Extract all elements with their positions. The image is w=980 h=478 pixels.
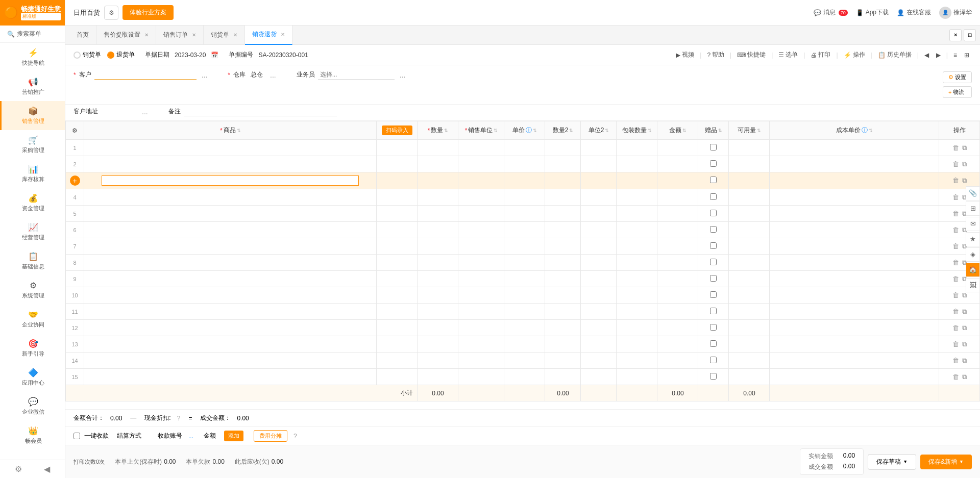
delete-icon[interactable]: 🗑 — [952, 340, 959, 348]
qty2-cell-1[interactable] — [545, 140, 581, 156]
history-btn[interactable]: 📋 历史单据 — [875, 49, 914, 61]
one-click-payment-checkbox[interactable] — [74, 433, 80, 439]
copy-icon[interactable]: ⧉ — [962, 324, 967, 332]
logistics-btn[interactable]: + 物流 — [943, 86, 972, 98]
price-cell-1[interactable] — [504, 140, 545, 156]
float-btn-1[interactable]: 📎 — [966, 186, 980, 200]
copy-row-2-icon[interactable]: ⧉ — [962, 160, 967, 168]
pack-sort-icon[interactable]: ⇅ — [648, 128, 652, 133]
bank-account-select[interactable]: ... — [188, 433, 193, 440]
delete-icon[interactable]: 🗑 — [952, 242, 959, 250]
copy-icon[interactable]: ⧉ — [962, 291, 967, 299]
sidebar-item-quick-nav[interactable]: ⚡ 快捷导航 — [0, 43, 65, 72]
pack-cell-1[interactable] — [617, 140, 657, 156]
experience-button[interactable]: 体验行业方案 — [122, 5, 174, 20]
sidebar-item-finance[interactable]: 💰 资金管理 — [0, 188, 65, 217]
unit2-cell-1[interactable] — [581, 140, 617, 156]
remark-input[interactable] — [184, 107, 337, 116]
sidebar-item-appcenter[interactable]: 🔷 应用中心 — [0, 363, 65, 392]
save-dropdown-arrow-icon[interactable]: ▼ — [959, 459, 964, 464]
product-cell-1[interactable] — [84, 140, 377, 156]
add-row-button[interactable]: + — [70, 175, 80, 186]
copy-icon[interactable]: ⧉ — [962, 357, 967, 365]
price-info-icon[interactable]: ⓘ — [526, 126, 532, 135]
operate-btn[interactable]: ⚡ 操作 — [841, 49, 868, 61]
sale-radio[interactable]: 销货单 — [74, 51, 101, 59]
header-settings-button[interactable]: ⚙ — [104, 6, 118, 20]
unit2-cell-3[interactable] — [581, 172, 617, 189]
unit2-cell-2[interactable] — [581, 156, 617, 172]
nav-prev-btn[interactable]: ◀ — [922, 50, 932, 60]
delete-icon[interactable]: 🗑 — [952, 275, 959, 283]
sidebar-item-purchase[interactable]: 🛒 采购管理 — [0, 130, 65, 159]
online-service-button[interactable]: 👤 在线客服 — [897, 8, 931, 17]
delete-icon[interactable]: 🗑 — [952, 226, 959, 234]
qty-cell-1[interactable] — [418, 140, 458, 156]
gift-cell-3[interactable] — [698, 172, 729, 189]
delete-icon[interactable]: 🗑 — [952, 357, 959, 365]
unit-cell-1[interactable] — [458, 140, 504, 156]
available-cell-2[interactable] — [729, 156, 770, 172]
sales-unit-sort-icon[interactable]: ⇅ — [494, 128, 498, 133]
amount-cell-3[interactable] — [657, 172, 698, 189]
available-cell-1[interactable] — [729, 140, 770, 156]
float-btn-5[interactable]: ◈ — [966, 247, 980, 262]
scan-button[interactable]: 扫码录入 — [382, 125, 412, 135]
qty2-sort-icon[interactable]: ⇅ — [569, 128, 573, 133]
help-icon[interactable]: ? — [177, 415, 181, 422]
delete-row-3-icon[interactable]: 🗑 — [952, 177, 959, 185]
cost-cell-2[interactable] — [770, 156, 939, 172]
close-sales-order-tab[interactable]: ✕ — [192, 32, 196, 38]
unit-cell-2[interactable] — [458, 156, 504, 172]
select-bill-btn[interactable]: ☰ 选单 — [776, 49, 800, 61]
sidebar-item-marketing[interactable]: 📢 营销推广 — [0, 72, 65, 101]
notification-button[interactable]: 💬 消息 70 — [814, 8, 848, 17]
cost-cell-1[interactable] — [770, 140, 939, 156]
staff-input[interactable] — [318, 70, 395, 80]
pack-cell-2[interactable] — [617, 156, 657, 172]
available-cell-3[interactable] — [729, 172, 770, 189]
product-sort-icon[interactable]: ⇅ — [237, 128, 241, 133]
qty-cell-3[interactable] — [418, 172, 458, 189]
tab-sales-return[interactable]: 销货退货 ✕ — [245, 26, 292, 45]
expand-tab-button[interactable]: ⊡ — [964, 29, 976, 41]
fee-help-icon[interactable]: ? — [293, 433, 297, 440]
amount-sort-icon[interactable]: ⇅ — [682, 128, 687, 133]
view-list-btn[interactable]: ≡ — [951, 50, 960, 60]
pack-cell-3[interactable] — [617, 172, 657, 189]
tab-price-settings[interactable]: 售价提取设置 ✕ — [96, 26, 156, 45]
sidebar-item-basic[interactable]: 📋 基础信息 — [0, 246, 65, 275]
delete-icon[interactable]: 🗑 — [952, 373, 959, 381]
close-tab-button[interactable]: ✕ — [949, 29, 962, 41]
unit-cell-3[interactable] — [458, 172, 504, 189]
qty2-cell-2[interactable] — [545, 156, 581, 172]
close-price-settings-tab[interactable]: ✕ — [144, 32, 149, 38]
nav-next-btn[interactable]: ▶ — [934, 50, 943, 60]
save-draft-button[interactable]: 保存草稿 ▼ — [868, 454, 916, 470]
qty-cell-2[interactable] — [418, 156, 458, 172]
delete-icon[interactable]: 🗑 — [952, 193, 959, 202]
video-btn[interactable]: ▶ 视频 — [673, 49, 697, 61]
gift-cell-1[interactable] — [698, 140, 729, 156]
th-settings[interactable]: ⚙ — [66, 121, 84, 140]
sidebar-item-member[interactable]: 👑 畅会员 — [0, 421, 65, 450]
staff-select-dots[interactable]: ... — [400, 71, 406, 79]
delete-icon[interactable]: 🗑 — [952, 259, 959, 267]
add-payment-btn[interactable]: 添加 — [224, 431, 243, 441]
copy-icon[interactable]: ⧉ — [962, 373, 967, 381]
float-btn-2[interactable]: ⊞ — [966, 202, 980, 216]
user-profile-button[interactable]: 👤 徐泽华 — [939, 7, 972, 19]
sidebar-item-sales[interactable]: 📦 销售管理 — [0, 101, 65, 130]
dropdown-arrow-icon[interactable]: ▼ — [903, 459, 908, 464]
customer-select-dots[interactable]: ... — [202, 71, 208, 79]
delete-icon[interactable]: 🗑 — [952, 324, 959, 332]
cost-info-icon[interactable]: ⓘ — [862, 126, 868, 135]
save-new-button[interactable]: 保存&新增 ▼ — [920, 455, 972, 469]
copy-icon[interactable]: ⧉ — [962, 308, 967, 316]
copy-row-1-icon[interactable]: ⧉ — [962, 144, 967, 152]
product-cell-2[interactable] — [84, 156, 377, 172]
amount-cell-2[interactable] — [657, 156, 698, 172]
settings-small-btn[interactable]: ⚙ 设置 — [943, 71, 972, 83]
gift-cell-2[interactable] — [698, 156, 729, 172]
copy-icon[interactable]: ⧉ — [962, 340, 967, 348]
